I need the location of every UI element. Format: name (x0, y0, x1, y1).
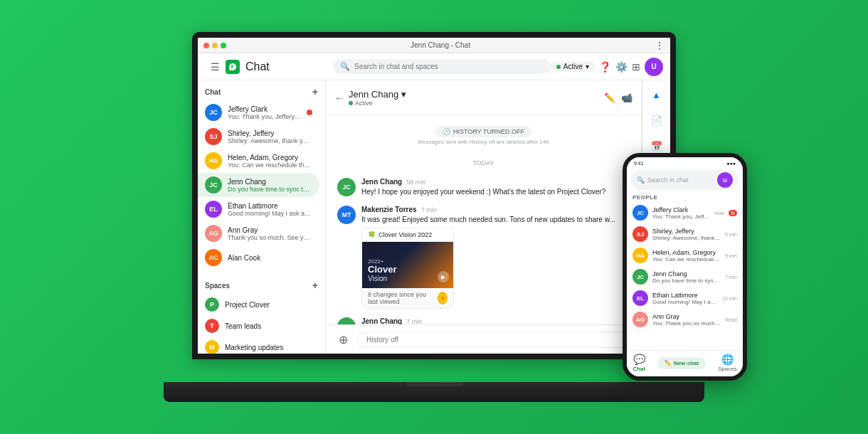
space-name: Team leads (225, 322, 261, 330)
phone-chat-item[interactable]: HA Helen, Adam, Gregory You: Can we resc… (627, 245, 743, 266)
phone-chat-preview: You: Can we reschedule the meeting for..… (652, 256, 721, 263)
phone-chat-preview: Do you have time to sync tomorrow mor... (652, 277, 721, 284)
chat-list: JC Jeffery Clark You: Thank you, Jeffery… (198, 100, 325, 270)
phone-unread-count: N (729, 210, 737, 216)
changes-button[interactable]: › (438, 292, 448, 305)
chat-preview: Good morning! May I ask a question? (228, 210, 312, 217)
phone-chat-name: Jeffery Clark (652, 206, 710, 213)
phone-avatar: AG (633, 312, 648, 327)
window-menu[interactable]: ⋮ (655, 40, 665, 51)
unread-badge (307, 110, 312, 115)
play-button[interactable]: ▶ (438, 271, 449, 282)
clover-card-header: 🍀 Clover Vision 2022 (362, 228, 453, 242)
clover-space-icon: 🍀 (368, 231, 376, 238)
phone-avatar: SJ (633, 226, 648, 242)
changes-bar: 8 changes since you last viewed › (362, 288, 453, 308)
history-icon: 🕐 (443, 128, 450, 135)
contact-dropdown-arrow[interactable]: ▾ (401, 89, 406, 100)
changes-text: 8 changes since you last viewed (368, 291, 438, 305)
phone-wrapper: 9:41 ●●● 🔍 Search in chat U PEOPLE JC Je… (623, 153, 747, 381)
phone-tab-spaces[interactable]: 🌐 Spaces (718, 354, 737, 372)
sidebar-chat-item[interactable]: AC Alan Cook (198, 245, 319, 270)
chat-preview: Shirley: Awesome, thank you for the... (228, 137, 312, 144)
message-avatar: MT (337, 206, 356, 224)
docs-icon[interactable]: 📄 (648, 112, 665, 129)
phone-chat-item[interactable]: AG Ann Gray You: Thank you so much. See … (627, 309, 743, 330)
search-input[interactable] (354, 63, 544, 70)
phone-tab-chat[interactable]: 💬 Chat (633, 354, 645, 372)
sidebar-space-item[interactable]: M Marketing updates (198, 337, 325, 354)
settings-icon[interactable]: ⚙️ (615, 61, 628, 73)
message-avatar: JC (337, 317, 356, 324)
sidebar-chat-item[interactable]: JC Jenn Chang Do you have time to sync t… (198, 173, 319, 197)
sidebar-chat-item[interactable]: JC Jeffery Clark You: Thank you, Jeffery… (198, 100, 319, 125)
laptop-base (164, 382, 704, 402)
sidebar-space-item[interactable]: T Team leads (198, 315, 325, 337)
search-icon: 🔍 (340, 62, 350, 71)
phone-user-avatar[interactable]: U (717, 172, 733, 188)
phone-chat-info: Shirley, Jeffery Shirley: Awesome, thank… (652, 228, 721, 241)
phone-chat-item[interactable]: EL Ethan Lattimore Good morning! May I a… (627, 287, 743, 309)
phone-chat-info: Jenn Chang Do you have time to sync tomo… (652, 270, 721, 284)
phone-search-bar[interactable]: 🔍 Search in chat U (631, 170, 739, 190)
sidebar-chat-item[interactable]: AG Ann Gray Thank you so much. See you t… (198, 221, 319, 245)
space-icon: M (205, 340, 219, 354)
message-input[interactable] (357, 332, 633, 348)
sidebar-chat-item[interactable]: EL Ethan Lattimore Good morning! May I a… (198, 197, 319, 221)
phone-status-bar: 9:41 ●●● (627, 157, 743, 169)
spaces-section-header: Spaces + (198, 274, 325, 294)
chat-tab-label: Chat (633, 366, 645, 372)
chat-avatar: EL (205, 201, 222, 218)
add-space-button[interactable]: + (312, 280, 318, 291)
chat-info: Ethan Lattimore Good morning! May I ask … (228, 202, 312, 217)
message-meta: Jenn Chang 7 min (361, 317, 630, 324)
message-time: 7 min (406, 318, 422, 324)
chat-name: Alan Cook (228, 254, 312, 262)
calendar-icon[interactable]: 📅 (648, 137, 665, 154)
spaces-tab-icon: 🌐 (721, 354, 734, 365)
hamburger-icon[interactable]: ☰ (211, 61, 220, 73)
edit-icon[interactable]: ✏️ (604, 92, 615, 103)
add-attachment-button[interactable]: ⊕ (334, 331, 351, 348)
message-meta: Makenzie Torres 7 min (361, 206, 630, 213)
chat-tab-icon: 💬 (633, 354, 645, 365)
minimize-button[interactable] (212, 43, 218, 48)
apps-icon[interactable]: ⊞ (632, 61, 640, 73)
close-button[interactable] (203, 43, 209, 48)
chat-info: Helen, Adam, Gregory You: Can we resched… (228, 154, 312, 169)
chat-preview: You: Can we reschedule the meeting for..… (228, 162, 312, 169)
active-status-badge[interactable]: Active ▾ (551, 61, 595, 72)
phone-chat-preview: You: Thank you so much. See you there. (652, 320, 721, 327)
laptop-screen: Jenn Chang - Chat ⋮ ☰ Chat 🔍 (192, 32, 676, 359)
sidebar-chat-item[interactable]: HA Helen, Adam, Gregory You: Can we resc… (198, 149, 319, 173)
chat-info: Ann Gray Thank you so much. See you ther… (228, 226, 312, 241)
help-icon[interactable]: ❓ (599, 61, 611, 73)
chat-info: Jenn Chang Do you have time to sync tomo… (228, 178, 312, 193)
contact-status-text: Active (355, 100, 373, 107)
drive-icon[interactable]: ▲ (648, 86, 665, 103)
phone-chat-item[interactable]: JC Jenn Chang Do you have time to sync t… (627, 266, 743, 287)
phone-chat-info: Ann Gray You: Thank you so much. See you… (652, 313, 721, 327)
add-chat-button[interactable]: + (312, 86, 318, 97)
phone-search-input[interactable]: Search in chat (647, 176, 689, 184)
maximize-button[interactable] (221, 43, 226, 48)
sidebar-chat-item[interactable]: SJ Shirley, Jeffery Shirley: Awesome, th… (198, 125, 319, 149)
global-search[interactable]: 🔍 (333, 59, 551, 74)
window-title: Jenn Chang - Chat (226, 41, 655, 49)
chat-section-header: Chat + (198, 80, 325, 100)
phone-chat-name: Ethan Lattimore (652, 292, 718, 299)
new-chat-button[interactable]: ✏️ New chat (657, 357, 706, 369)
phone-signals: ●●● (726, 161, 736, 166)
video-icon[interactable]: 📹 (621, 92, 633, 103)
message-avatar: JC (337, 178, 356, 196)
chat-avatar: AC (205, 249, 222, 266)
phone-chat-item[interactable]: SJ Shirley, Jeffery Shirley: Awesome, th… (627, 223, 743, 245)
sidebar-space-item[interactable]: P Project Clover (198, 294, 325, 315)
chat-header-left: ← Jenn Chang ▾ Active (334, 89, 406, 107)
phone-avatar: JC (633, 269, 648, 285)
back-button[interactable]: ← (334, 92, 344, 104)
user-avatar[interactable]: U (645, 58, 663, 76)
phone-chat-item[interactable]: JC Jeffery Clark You: Thank you, Jeffery… (627, 202, 743, 223)
chat-avatar: SJ (205, 128, 222, 145)
clover-card[interactable]: 🍀 Clover Vision 2022 2022+ Clover Vision (361, 228, 454, 309)
